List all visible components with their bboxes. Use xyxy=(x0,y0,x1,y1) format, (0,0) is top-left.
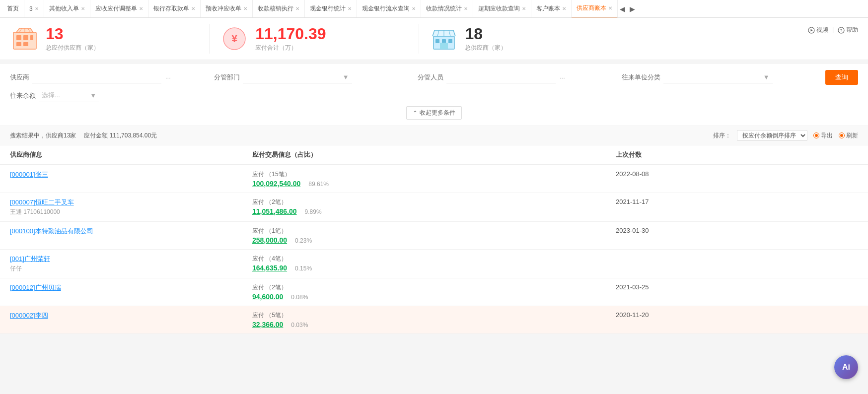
tx-amount-5[interactable]: 32,366.00 xyxy=(252,321,283,328)
tx-amount-4[interactable]: 94,600.00 xyxy=(252,293,283,301)
dept-dropdown[interactable]: ▼ xyxy=(243,71,352,83)
supplier-expand-icon[interactable]: ··· xyxy=(165,74,171,81)
collapse-button[interactable]: ⌃ 收起更多条件 xyxy=(406,106,462,120)
tx-percent-5: 0.03% xyxy=(291,322,308,328)
nav-item-cash-flow[interactable]: 现金银行流水查询 ✕ xyxy=(357,0,421,18)
nav-close-collection[interactable]: ✕ xyxy=(295,6,299,11)
nav-close-supplier-book[interactable]: ✕ xyxy=(608,5,612,11)
nav-item-3[interactable]: 3 ✕ xyxy=(24,0,44,18)
nav-item-overdue[interactable]: 超期应收款查询 ✕ xyxy=(473,0,531,18)
link-separator: | xyxy=(832,26,834,34)
money-icon: ¥ xyxy=(219,24,249,54)
sort-label: 排序： xyxy=(713,131,731,140)
nav-close-other-income[interactable]: ✕ xyxy=(81,6,85,11)
supplier-name-1: 恒旺二手叉车 xyxy=(35,198,74,206)
tx-count-4: （2笔） xyxy=(266,284,287,291)
nav-prev-arrow[interactable]: ◀ xyxy=(618,0,628,18)
tx-label-3: 应付 xyxy=(252,255,264,262)
supplier-link-1[interactable]: [000007]恒旺二手叉车 xyxy=(10,198,74,206)
nav-close-customer-book[interactable]: ✕ xyxy=(562,6,566,11)
tx-info-2: 应付 （1笔） 258,000.00 0.23% xyxy=(252,227,616,244)
top-right-links: 视频 | ? 帮助 xyxy=(808,24,858,34)
category-dropdown[interactable]: ▼ xyxy=(663,71,773,83)
nav-close-overdue[interactable]: ✕ xyxy=(522,6,526,11)
table-container: 供应商信息 应付交易信息（占比） 上次付数 [000001]张三 应付 （15笔… xyxy=(0,145,868,334)
filter-category: 往来单位分类 ▼ xyxy=(622,71,816,83)
nav-close-collect-stat[interactable]: ✕ xyxy=(464,6,468,11)
filter-category-label: 往来单位分类 xyxy=(622,73,660,82)
help-link[interactable]: 帮助 xyxy=(846,26,858,34)
nav-close-cash-flow[interactable]: ✕ xyxy=(412,6,416,11)
tx-count-2: （1笔） xyxy=(266,227,287,234)
stat-card-total-suppliers: 18 总供应商（家） xyxy=(429,24,618,54)
nav-item-other-income[interactable]: 其他收入单 ✕ xyxy=(44,0,90,18)
last-pay-4: 2021-03-25 xyxy=(616,283,858,291)
filter-supplier-label: 供应商 xyxy=(10,73,29,82)
filter-row-1: 供应商 ··· 分管部门 ▼ 分管人员 ··· 往来单位分类 ▼ 查询 xyxy=(10,70,858,85)
supplier-link-3[interactable]: [001]广州荣轩 xyxy=(10,255,50,263)
supplier-link-5[interactable]: [000002]李四 xyxy=(10,312,48,319)
nav-item-collection[interactable]: 收款核销执行 ✕ xyxy=(253,0,305,18)
tx-amount-3[interactable]: 164,635.90 xyxy=(252,264,287,272)
stat-number-payable-suppliers: 13 xyxy=(46,26,99,42)
stat-label-payable-total: 应付合计（万） xyxy=(255,44,326,52)
stat-card-payable-total: ¥ 11,170.39 应付合计（万） xyxy=(219,24,409,54)
result-amount: 应付金额 111,703,854.00元 xyxy=(84,131,157,140)
person-input[interactable] xyxy=(446,71,556,83)
stat-label-payable-suppliers: 总应付供应商（家） xyxy=(46,44,99,52)
video-link[interactable]: 视频 xyxy=(816,26,828,34)
supplier-icon xyxy=(10,24,40,54)
supplier-info-5: [000002]李四 xyxy=(10,311,252,320)
supplier-link-4[interactable]: [000012]广州贝瑞 xyxy=(10,284,61,291)
export-button[interactable]: 导出 xyxy=(813,131,833,140)
supplier-link-0[interactable]: [000001]张三 xyxy=(10,171,48,178)
stat-info-payable-total: 11,170.39 应付合计（万） xyxy=(255,26,326,52)
stat-card-payable-suppliers: 13 总应付供应商（家） xyxy=(10,24,199,54)
supplier-code-4: [000012] xyxy=(10,284,35,291)
search-button[interactable]: 查询 xyxy=(825,70,858,85)
nav-close-cash-stat[interactable]: ✕ xyxy=(348,6,352,11)
nav-item-customer-book[interactable]: 客户账本 ✕ xyxy=(531,0,572,18)
nav-close-3[interactable]: ✕ xyxy=(35,6,39,11)
collapse-label: 收起更多条件 xyxy=(420,109,455,117)
filter-dept-label: 分管部门 xyxy=(214,73,240,82)
svg-text:¥: ¥ xyxy=(231,32,238,45)
filter-balance: 往来余额 选择... ▼ xyxy=(10,89,99,102)
tx-amount-0[interactable]: 100,092,540.00 xyxy=(252,180,300,188)
sort-select[interactable]: 按应付余额倒序排序 xyxy=(737,130,807,141)
person-expand-icon[interactable]: ··· xyxy=(560,74,565,81)
nav-item-bank[interactable]: 银行存取款单 ✕ xyxy=(148,0,201,18)
supplier-input[interactable] xyxy=(32,71,161,83)
supplier-info-0: [000001]张三 xyxy=(10,170,252,179)
balance-dropdown[interactable]: 选择... ▼ xyxy=(39,89,99,102)
supplier-link-2[interactable]: [000100]本特勤油品有限公司 xyxy=(10,227,93,235)
tx-amount-1[interactable]: 11,051,486.00 xyxy=(252,207,297,215)
stat-divider-2 xyxy=(419,24,419,54)
nav-item-cash-stat[interactable]: 现金银行统计 ✕ xyxy=(305,0,357,18)
filter-supplier: 供应商 ··· xyxy=(10,71,204,83)
supplier-sub-1: 王通 17106110000 xyxy=(10,208,252,216)
svg-rect-2 xyxy=(16,42,21,46)
table-row: [000012]广州贝瑞 应付 （2笔） 94,600.00 0.08% 202… xyxy=(0,278,868,306)
col-header-tx: 应付交易信息（占比） xyxy=(252,150,616,159)
refresh-button[interactable]: 刷新 xyxy=(839,131,858,140)
nav-item-adjust[interactable]: 应收应付调整单 ✕ xyxy=(90,0,148,18)
nav-label-home: 首页 xyxy=(7,4,19,13)
stat-number-payable-total: 11,170.39 xyxy=(255,26,326,42)
tx-amount-2[interactable]: 258,000.00 xyxy=(252,236,287,244)
balance-placeholder: 选择... xyxy=(42,91,60,100)
nav-label-3: 3 xyxy=(29,5,33,12)
nav-close-bank[interactable]: ✕ xyxy=(191,6,195,11)
nav-item-collect-stat[interactable]: 收款情况统计 ✕ xyxy=(421,0,473,18)
last-pay-2: 2023-01-30 xyxy=(616,227,858,234)
tx-percent-1: 9.89% xyxy=(305,208,322,215)
nav-item-supplier-book[interactable]: 供应商账本 ✕ xyxy=(572,0,618,18)
svg-rect-15 xyxy=(440,43,448,49)
nav-item-home[interactable]: 首页 xyxy=(2,0,24,18)
nav-item-prepay[interactable]: 预收冲应收单 ✕ xyxy=(201,0,253,18)
nav-next-arrow[interactable]: ▶ xyxy=(628,0,638,18)
nav-close-adjust[interactable]: ✕ xyxy=(139,6,143,11)
stat-label-total-suppliers: 总供应商（家） xyxy=(465,44,506,52)
nav-close-prepay[interactable]: ✕ xyxy=(243,6,247,11)
filter-area: 供应商 ··· 分管部门 ▼ 分管人员 ··· 往来单位分类 ▼ 查询 xyxy=(0,64,868,126)
